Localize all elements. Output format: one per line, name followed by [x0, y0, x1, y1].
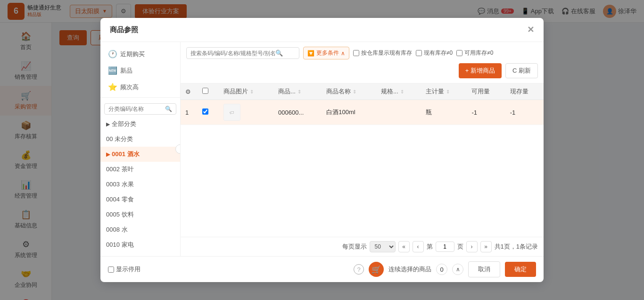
row-name: 白酒100ml [322, 100, 376, 125]
prev-page-btn[interactable]: ‹ [413, 241, 424, 252]
table-checkbox-header[interactable] [198, 83, 219, 100]
help-icon[interactable]: ? [354, 264, 364, 275]
modal-header: 商品参照 ✕ [100, 18, 544, 42]
modal-overlay: 商品参照 ✕ 🕐 近期购买 🆕 新品 ⭐ 频次高 [0, 0, 644, 300]
page-size-label: 每页显示 [342, 242, 367, 251]
cart-count: 0 [436, 264, 447, 275]
show-disabled-text: 显示停用 [116, 265, 140, 274]
search-icon: 🔍 [275, 50, 283, 57]
more-filters-btn[interactable]: 🔽 更多条件 ∧ [303, 47, 349, 59]
row-available: -1 [467, 100, 505, 125]
product-thumbnail: 🏷 [223, 104, 240, 121]
page-number-input[interactable] [436, 242, 454, 252]
row-stock: -1 [505, 100, 544, 125]
available-stock-checkbox[interactable] [416, 50, 422, 56]
table-available-header: 可用量 [467, 83, 505, 100]
cart-icon[interactable]: 🛒 [369, 262, 384, 277]
new-icon: 🆕 [108, 66, 117, 75]
table-code-header: 商品... ⇕ [273, 83, 322, 100]
collapse-cart-btn[interactable]: ∧ [452, 264, 463, 275]
available-stock-label: 现有库存≠0 [424, 49, 453, 57]
category-appliances[interactable]: 0010 家电 [100, 237, 180, 252]
modal-left-panel: 🕐 近期购买 🆕 新品 ⭐ 频次高 🔍 [100, 42, 181, 256]
row-code: 000600... [273, 100, 322, 125]
table-name-header: 商品名称 ⇕ [322, 83, 376, 100]
filter-icon: 🔽 [307, 50, 314, 57]
last-page-btn[interactable]: » [480, 241, 492, 252]
row-image: 🏷 [219, 100, 273, 125]
category-drinks[interactable]: 0005 饮料 [100, 207, 180, 222]
total-records: 共1页，1条记录 [495, 242, 538, 251]
row-num: 1 [181, 100, 198, 125]
cart-label: 连续选择的商品 [388, 265, 431, 274]
toolbar-right: + 新增商品 C 刷新 [459, 63, 538, 78]
row-select-checkbox[interactable] [202, 108, 208, 115]
select-all-checkbox[interactable] [202, 88, 208, 94]
page-label: 第 [427, 242, 433, 251]
usable-stock-checkbox-label[interactable]: 可用库存≠0 [456, 49, 493, 57]
category-all[interactable]: ▶全部分类 [100, 117, 180, 132]
sort-icon-name: ⇕ [353, 89, 356, 94]
first-page-btn[interactable]: « [398, 241, 410, 252]
usable-stock-checkbox[interactable] [456, 50, 462, 56]
recent-purchase-label: 近期购买 [120, 50, 145, 58]
expand-active-icon: ▶ [106, 151, 110, 157]
show-disabled-checkbox[interactable] [108, 267, 114, 273]
recent-purchase-btn[interactable]: 🕐 近期购买 [100, 46, 180, 62]
sort-icon-code: ⇕ [297, 89, 301, 94]
modal-toolbar: 🔍 🔽 更多条件 ∧ 按仓库显示现有库存 现有库存≠0 [181, 42, 544, 83]
new-products-label: 新品 [120, 67, 132, 75]
frequent-btn[interactable]: ⭐ 频次高 [100, 79, 180, 95]
frequent-label: 频次高 [120, 83, 139, 92]
row-spec [376, 100, 421, 125]
category-search-input[interactable] [108, 106, 163, 112]
product-search-bar[interactable]: 🔍 [186, 47, 299, 59]
row-unit: 瓶 [421, 100, 467, 125]
category-fruits[interactable]: 0003 水果 [100, 177, 180, 192]
page-size-select[interactable]: 10 20 50 100 [370, 241, 396, 252]
table-unit-header: 主计量 ⇕ [421, 83, 467, 100]
category-search-icon: 🔍 [165, 106, 172, 112]
category-tea[interactable]: 0002 茶叶 [100, 162, 180, 177]
product-table: ⚙ 商品图片 ⇕ 商品... ⇕ [181, 83, 544, 125]
page-suffix: 页 [457, 242, 463, 251]
show-disabled-label[interactable]: 显示停用 [108, 265, 140, 274]
expand-icon: ▶ [106, 121, 110, 127]
filter-label: 更多条件 [316, 49, 339, 57]
new-products-btn[interactable]: 🆕 新品 [100, 62, 180, 79]
cancel-button[interactable]: 取消 [468, 261, 500, 277]
row-checkbox[interactable] [198, 100, 219, 125]
modal-close-button[interactable]: ✕ [527, 25, 534, 35]
modal-right-panel: 🔍 🔽 更多条件 ∧ 按仓库显示现有库存 现有库存≠0 [181, 42, 544, 256]
refresh-product-btn[interactable]: C 刷新 [505, 63, 538, 78]
category-water[interactable]: 0008 水 [100, 222, 180, 237]
table-settings-header[interactable]: ⚙ [181, 83, 198, 100]
add-product-btn[interactable]: + 新增商品 [459, 63, 502, 78]
table-spec-header: 规格... ⇕ [376, 83, 421, 100]
confirm-button[interactable]: 确定 [505, 262, 536, 277]
star-icon: ⭐ [108, 83, 117, 92]
sort-icon-spec: ⇕ [400, 89, 404, 94]
modal-footer: 显示停用 ? 🛒 连续选择的商品 0 ∧ 取消 确定 [100, 256, 544, 282]
table-row[interactable]: 1 🏷 000600... 白酒100ml 瓶 [181, 100, 544, 125]
category-alcohol[interactable]: ▶0001 酒水 [100, 147, 180, 162]
product-search-input[interactable] [190, 50, 275, 57]
warehouse-stock-checkbox[interactable] [353, 50, 359, 56]
next-page-btn[interactable]: › [466, 241, 478, 252]
footer-right: ? 🛒 连续选择的商品 0 ∧ 取消 确定 [354, 261, 536, 277]
available-stock-checkbox-label[interactable]: 现有库存≠0 [416, 49, 453, 57]
product-table-wrapper: ⚙ 商品图片 ⇕ 商品... ⇕ [181, 83, 544, 237]
category-uncategorized[interactable]: 00 未分类 [100, 132, 180, 147]
sort-icon-unit: ⇕ [446, 89, 450, 94]
table-image-header: 商品图片 ⇕ [219, 83, 273, 100]
category-snacks[interactable]: 0004 零食 [100, 192, 180, 207]
product-reference-modal: 商品参照 ✕ 🕐 近期购买 🆕 新品 ⭐ 频次高 [100, 18, 544, 282]
warehouse-stock-label: 按仓库显示现有库存 [361, 49, 412, 57]
modal-pagination: 每页显示 10 20 50 100 « ‹ 第 页 › » 共1页，1条记录 [181, 237, 544, 256]
category-search[interactable]: 🔍 [104, 103, 176, 115]
clock-icon: 🕐 [108, 50, 117, 58]
table-stock-header: 现存量 [505, 83, 544, 100]
warehouse-stock-checkbox-label[interactable]: 按仓库显示现有库存 [353, 49, 412, 57]
modal-body: 🕐 近期购买 🆕 新品 ⭐ 频次高 🔍 [100, 42, 544, 256]
modal-title: 商品参照 [110, 25, 138, 34]
